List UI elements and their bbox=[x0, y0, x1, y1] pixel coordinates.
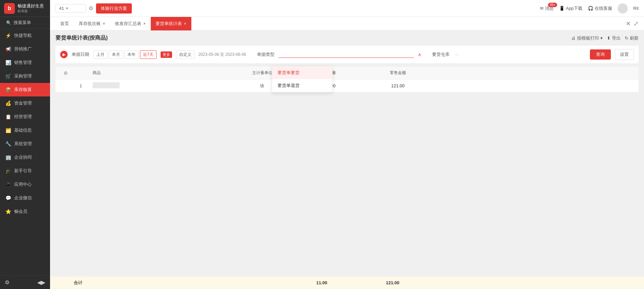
type-label: 单据类型 bbox=[257, 51, 275, 58]
nav-label-basic: 基础信息 bbox=[14, 127, 45, 133]
nav-icon-quick-nav: ⚡ bbox=[5, 32, 11, 39]
tabs-bar-actions: ✕ ⤢ bbox=[626, 20, 639, 27]
message-btn[interactable]: ✉ 消息 99+ bbox=[540, 5, 554, 12]
sidebar-item-finance[interactable]: 💰 资金管理 bbox=[0, 96, 50, 110]
sidebar-settings-icon[interactable]: ⚙ bbox=[5, 279, 9, 286]
sidebar-item-operation[interactable]: 📋 经营管理 bbox=[0, 110, 50, 124]
type-dropdown-arrow-icon[interactable]: ∧ bbox=[418, 52, 421, 57]
close-tab-icon[interactable]: ✕ bbox=[626, 20, 631, 27]
table-container: ⚙ 商品 主计量单位 主数量 零售金额 1 块 11.00 121.00 bbox=[55, 67, 639, 92]
sidebar-item-purchase[interactable]: 🛒 采购管理 bbox=[0, 69, 50, 83]
sidebar-item-inventory[interactable]: 📦 库存核算 bbox=[0, 83, 50, 96]
phone-icon: 📱 bbox=[559, 6, 565, 11]
dropdown-option-1[interactable]: 要货单退货 bbox=[272, 79, 332, 92]
query-btn[interactable]: 查询 bbox=[590, 49, 611, 60]
tabs-bar: 首页库存批次账×收发存汇总表×要货单统计表× ✕ ⤢ bbox=[50, 17, 644, 30]
date-option-2[interactable]: 本年 bbox=[124, 50, 139, 59]
headset-icon: 🎧 bbox=[588, 6, 593, 11]
warehouse-more-icon[interactable]: ··· bbox=[455, 52, 459, 57]
search-icon: 🔍 bbox=[6, 20, 11, 25]
company-selector[interactable]: 41 ▾ bbox=[55, 4, 86, 13]
col-settings: ⚙ bbox=[59, 70, 72, 76]
main-content: 41 ▾ ⚙ 体验行业方案 ✉ 消息 99+ 📱 App下载 🎧 在线客服 Ri… bbox=[50, 0, 644, 289]
date-more-btn[interactable]: 更多 bbox=[161, 51, 172, 58]
nav-icon-wechat: 💬 bbox=[5, 195, 11, 201]
selector-arrow-icon: ▾ bbox=[66, 6, 68, 11]
filter-toggle-btn[interactable]: ▶ bbox=[60, 51, 68, 58]
refresh-btn[interactable]: ↻ 刷新 bbox=[625, 35, 639, 41]
sidebar-collapse-icon[interactable]: ◀▶ bbox=[37, 279, 45, 286]
topbar-settings-icon[interactable]: ⚙ bbox=[89, 5, 93, 12]
tab-receive-summary[interactable]: 收发存汇总表× bbox=[110, 17, 151, 30]
nav-icon-purchase: 🛒 bbox=[5, 73, 11, 80]
tab-label-order-stats: 要货单统计表 bbox=[156, 21, 182, 27]
export-btn[interactable]: ⬆ 导出 bbox=[607, 35, 621, 41]
expand-tab-icon[interactable]: ⤢ bbox=[634, 20, 639, 27]
type-dropdown: 要货单要货要货单退货 bbox=[272, 66, 333, 92]
footer-qty: 11.00 bbox=[286, 280, 357, 285]
sidebar-item-app-center[interactable]: 📱 应用中心 bbox=[0, 178, 50, 191]
tab-close-batch-account[interactable]: × bbox=[103, 21, 105, 26]
nav-label-wechat: 企业微信 bbox=[14, 195, 45, 201]
date-label: 单据日期 bbox=[72, 51, 89, 58]
nav-icon-sales: 📊 bbox=[5, 59, 11, 66]
app-download-btn[interactable]: 📱 App下载 bbox=[559, 5, 582, 12]
nav-icon-system: 🔧 bbox=[5, 140, 11, 147]
tab-close-receive-summary[interactable]: × bbox=[143, 21, 146, 26]
tab-label-batch-account: 库存批次账 bbox=[79, 21, 101, 27]
sidebar-item-wechat[interactable]: 💬 企业微信 bbox=[0, 191, 50, 205]
product-placeholder-0 bbox=[93, 82, 120, 88]
page-title: 要货单统计表(按商品) bbox=[55, 35, 108, 42]
sidebar-item-marketing[interactable]: 📢 营销推广 bbox=[0, 42, 50, 56]
nav-icon-member: ⭐ bbox=[5, 208, 11, 215]
col-amount-header: 零售金额 bbox=[364, 70, 432, 76]
user-avatar[interactable] bbox=[618, 3, 628, 14]
tab-home[interactable]: 首页 bbox=[55, 17, 74, 30]
sidebar-item-basic[interactable]: 🗂️ 基础信息 bbox=[0, 124, 50, 137]
custom-date-btn[interactable]: 自定义 bbox=[176, 50, 194, 59]
username: Rit bbox=[633, 6, 639, 11]
tabs-container: 首页库存批次账×收发存汇总表×要货单统计表× bbox=[55, 17, 639, 30]
nav-label-sales: 销售管理 bbox=[14, 60, 45, 66]
app-logo-icon: b bbox=[4, 3, 15, 14]
date-option-1[interactable]: 本月 bbox=[109, 50, 123, 59]
sidebar-logo: b 畅捷通好生意 标准版 bbox=[0, 0, 50, 17]
date-option-3[interactable]: 近7天 bbox=[140, 50, 157, 59]
sidebar-item-system[interactable]: 🔧 系统管理 bbox=[0, 137, 50, 151]
sidebar-item-member[interactable]: ⭐ 畅会员 bbox=[0, 205, 50, 218]
table-rows: 1 块 11.00 121.00 bbox=[55, 80, 639, 92]
sidebar-item-enterprise[interactable]: 🏢 企业协同 bbox=[0, 151, 50, 164]
print-icon: 🖨 bbox=[571, 36, 576, 41]
topbar: 41 ▾ ⚙ 体验行业方案 ✉ 消息 99+ 📱 App下载 🎧 在线客服 Ri… bbox=[50, 0, 644, 17]
tab-label-receive-summary: 收发存汇总表 bbox=[115, 21, 141, 27]
online-service-btn[interactable]: 🎧 在线客服 bbox=[588, 5, 612, 12]
nav-label-app-center: 应用中心 bbox=[14, 181, 45, 187]
trial-btn[interactable]: 体验行业方案 bbox=[96, 3, 132, 14]
date-option-0[interactable]: 上月 bbox=[93, 50, 108, 59]
nav-icon-app-center: 📱 bbox=[5, 181, 11, 188]
sidebar-item-newbie[interactable]: 🎓 新手引导 bbox=[0, 164, 50, 178]
sidebar-item-quick-nav[interactable]: ⚡ 快捷导航 bbox=[0, 29, 50, 42]
sidebar-search[interactable]: 🔍 搜索菜单 bbox=[0, 17, 50, 29]
print-btn[interactable]: 🖨 按模板打印 ▾ bbox=[571, 35, 603, 41]
sidebar-item-sales[interactable]: 📊 销售管理 bbox=[0, 56, 50, 69]
nav-icon-finance: 💰 bbox=[5, 100, 11, 107]
dropdown-option-0[interactable]: 要货单要货 bbox=[272, 66, 332, 79]
nav-icon-basic: 🗂️ bbox=[5, 127, 11, 134]
tab-batch-account[interactable]: 库存批次账× bbox=[74, 17, 110, 30]
tab-close-order-stats[interactable]: × bbox=[184, 21, 186, 26]
nav-icon-marketing: 📢 bbox=[5, 46, 11, 52]
column-settings-icon[interactable]: ⚙ bbox=[64, 70, 68, 76]
nav-label-quick-nav: 快捷导航 bbox=[14, 32, 45, 39]
nav-icon-enterprise: 🏢 bbox=[5, 154, 11, 161]
nav-label-operation: 经营管理 bbox=[14, 114, 45, 120]
date-range: 2023-05-06 至 2023-06-06 bbox=[198, 52, 246, 58]
set-btn[interactable]: 设置 bbox=[615, 49, 634, 60]
table-header: ⚙ 商品 主计量单位 主数量 零售金额 bbox=[55, 67, 639, 80]
date-options-container: 上月本月本年近7天 bbox=[93, 50, 157, 59]
nav-label-system: 系统管理 bbox=[14, 141, 45, 147]
footer-label: 合计 bbox=[70, 280, 215, 286]
topbar-left: 41 ▾ ⚙ 体验行业方案 bbox=[55, 3, 132, 14]
tab-order-stats[interactable]: 要货单统计表× bbox=[151, 17, 191, 30]
type-input[interactable] bbox=[279, 51, 414, 58]
